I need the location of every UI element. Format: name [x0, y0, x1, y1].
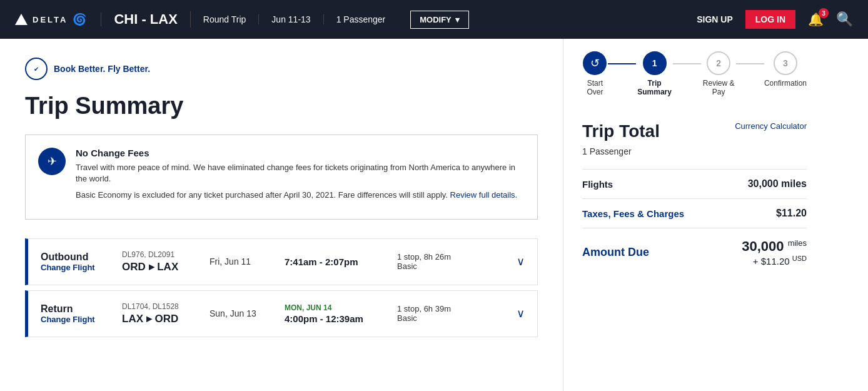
header-info: Round Trip Jun 11-13 1 Passenger [191, 14, 398, 24]
start-over-label: Start Over [582, 79, 608, 96]
amount-due-label: Amount Due [582, 246, 649, 259]
outbound-label: Outbound [41, 251, 122, 263]
return-date: Sun, Jun 13 [209, 308, 285, 318]
return-label: Return [41, 303, 122, 315]
return-change-flight[interactable]: Change Flight [41, 315, 122, 324]
step-confirmation: 3 Confirmation [764, 51, 807, 88]
amount-usd: + $11.20 USD [742, 255, 807, 267]
return-flight-nums: DL1704, DL1528 [122, 302, 209, 311]
delta-triangle-icon [15, 14, 28, 25]
notice-box: ✈ No Change Fees Travel with more peace … [25, 135, 538, 220]
trip-total-title: Trip Total [582, 121, 660, 141]
notice-title: No Change Fees [76, 148, 525, 158]
start-over-button[interactable]: ↺ [583, 51, 607, 75]
step-review-pay: 2 Review & Pay [701, 51, 736, 96]
outbound-flight-row: Outbound Change Flight DL976, DL2091 ORD… [25, 238, 538, 285]
step-start-over: ↺ Start Over [582, 51, 608, 96]
notice-content: No Change Fees Travel with more peace of… [76, 148, 525, 206]
book-better-text: Book Better. Fly Better. [54, 64, 150, 74]
no-change-fees-icon: ✈ [38, 148, 66, 175]
notice-sub: Basic Economy is excluded for any ticket… [76, 190, 525, 201]
amount-due-value: 30,000 miles + $11.20 USD [742, 238, 807, 267]
flights-value: 30,000 miles [748, 178, 807, 190]
return-nums-route: DL1704, DL1528 LAX ▸ ORD [122, 302, 209, 325]
taxes-label: Taxes, Fees & Charges [582, 208, 684, 219]
trip-passengers: 1 Passenger [582, 146, 807, 156]
taxes-value: $11.20 [776, 208, 807, 219]
route-display: CHI - LAX [101, 11, 190, 28]
notifications-button[interactable]: 🔔 3 [808, 12, 824, 27]
header: DELTA 🌀 CHI - LAX Round Trip Jun 11-13 1… [0, 0, 868, 39]
outbound-flight-nums: DL976, DL2091 [122, 250, 209, 259]
modify-button[interactable]: MODIFY ▾ [410, 11, 469, 29]
outbound-time: 7:41am - 2:07pm [285, 256, 397, 267]
outbound-route: ORD ▸ LAX [122, 260, 203, 273]
outbound-label-col: Outbound Change Flight [41, 251, 122, 272]
step-1-circle: 1 [643, 51, 667, 75]
logo-text: DELTA [33, 15, 68, 24]
flights-label: Flights [582, 179, 613, 190]
return-flight-row: Return Change Flight DL1704, DL1528 LAX … [25, 290, 538, 337]
right-panel: ↺ Start Over 1 Trip Summary 2 Review & P… [563, 39, 825, 391]
search-button[interactable]: 🔍 [836, 11, 853, 28]
search-icon: 🔍 [836, 11, 853, 27]
logo: DELTA 🌀 [15, 13, 101, 26]
currency-calculator-link[interactable]: Currency Calculator [735, 121, 807, 131]
return-time: MON, JUN 14 4:00pm - 12:39am [285, 303, 397, 324]
left-panel: ✔ Book Better. Fly Better. Trip Summary … [0, 39, 563, 391]
login-button[interactable]: LOG IN [745, 10, 795, 29]
outbound-change-flight[interactable]: Change Flight [41, 263, 122, 272]
page-title: Trip Summary [25, 93, 538, 119]
book-better-icon: ✔ [25, 58, 48, 80]
dates-display: Jun 11-13 [259, 14, 323, 24]
connector-2 [673, 63, 701, 64]
step-2-circle: 2 [707, 51, 730, 75]
step-3-circle: 3 [774, 51, 797, 75]
outbound-date: Fri, Jun 11 [209, 256, 285, 267]
outbound-nums-route: DL976, DL2091 ORD ▸ LAX [122, 250, 209, 273]
step-1-label: Trip Summary [636, 79, 674, 96]
outbound-expand-icon[interactable]: ∨ [517, 255, 525, 268]
step-2-label: Review & Pay [701, 79, 736, 96]
connector-3 [736, 63, 764, 64]
passengers-display: 1 Passenger [324, 14, 398, 24]
amount-miles: 30,000 miles [742, 238, 807, 255]
review-details-link[interactable]: Review full details. [450, 190, 518, 200]
return-label-col: Return Change Flight [41, 303, 122, 324]
return-time-alert: MON, JUN 14 [285, 303, 397, 312]
step-3-label: Confirmation [764, 79, 807, 88]
flights-row: Flights 30,000 miles [582, 169, 807, 198]
step-trip-summary: 1 Trip Summary [636, 51, 674, 96]
logo-swoosh-icon: 🌀 [73, 13, 88, 26]
return-route: LAX ▸ ORD [122, 312, 203, 325]
header-right: SIGN UP LOG IN 🔔 3 🔍 [697, 10, 853, 29]
book-better-banner: ✔ Book Better. Fly Better. [25, 58, 538, 80]
trip-total-section: Trip Total Currency Calculator 1 Passeng… [582, 121, 807, 267]
progress-steps: ↺ Start Over 1 Trip Summary 2 Review & P… [582, 51, 807, 96]
return-stops: 1 stop, 6h 39m Basic [397, 304, 517, 323]
notification-badge: 3 [819, 8, 829, 18]
signup-button[interactable]: SIGN UP [697, 14, 733, 24]
amount-due-section: Amount Due 30,000 miles + $11.20 USD [582, 228, 807, 267]
connector-1 [608, 63, 636, 64]
trip-type-display: Round Trip [191, 14, 259, 24]
notice-body: Travel with more peace of mind. We have … [76, 162, 525, 185]
return-expand-icon[interactable]: ∨ [517, 307, 525, 320]
main-content: ✔ Book Better. Fly Better. Trip Summary … [0, 39, 868, 391]
chevron-down-icon: ▾ [455, 15, 460, 24]
outbound-stops: 1 stop, 8h 26m Basic [397, 252, 517, 271]
taxes-row: Taxes, Fees & Charges $11.20 [582, 198, 807, 228]
